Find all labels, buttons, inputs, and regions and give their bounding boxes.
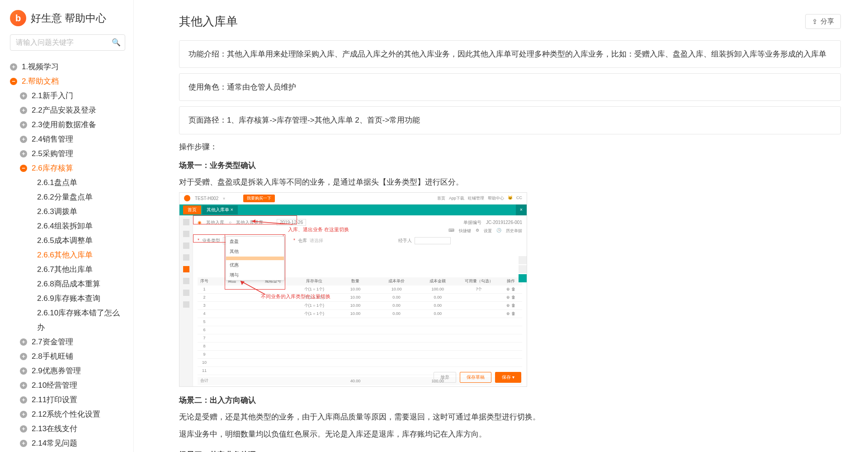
search-icon[interactable]: 🔍 [112,38,121,47]
nav-2-6-1[interactable]: 2.6.1盘点单 [10,176,125,190]
share-button[interactable]: ⇪分享 [805,14,841,29]
nav-2-6-2[interactable]: 2.6.2分量盘点单 [10,190,125,205]
ss-logo-icon [184,195,190,201]
main-content: 其他入库单 ⇪分享 功能介绍：其他入库单用来处理除采购入库、产成品入库之外的其他… [134,0,868,452]
ss-annotation-2: 不同业务的入库类型在这里切换 [261,293,330,300]
nav-2-10[interactable]: +2.10经营管理 [10,378,125,393]
path-label: 页面路径： [189,116,227,124]
logo-icon: b [10,10,26,26]
scene2-text2: 退库业务中，明细数量均以负值红色展示。无论是入库还是退库，库存账均记在入库方向。 [179,427,841,442]
site-logo[interactable]: b 好生意 帮助中心 [10,10,125,26]
plus-icon: + [20,107,27,114]
nav-2-6-6[interactable]: 2.6.6其他入库单 [10,248,125,262]
ss-tab-home: 首页 [183,205,201,214]
nav-2-6-9[interactable]: 2.6.9库存账本查询 [10,291,125,306]
steps-heading: 操作步骤： [179,142,841,152]
nav-2-6-8[interactable]: 2.6.8商品成本重算 [10,277,125,291]
nav-2-6-10[interactable]: 2.6.10库存账本错了怎么办 [10,306,125,335]
plus-icon: + [20,92,27,100]
intro-label: 功能介绍： [189,50,227,58]
ss-content: ◉其他入库 ○其他入库退库 2019-12-26 单据编号 JC-2019122… [193,215,527,386]
plus-icon: + [20,121,27,128]
ss-header: TEST-H002 ▾ 我要购买一下 首页 App下载 旺铺管理 帮助中心 🐱 … [179,193,527,205]
path-text: 1、库存核算->库存管理->其他入库单 2、首页->常用功能 [227,116,420,124]
plus-icon: + [20,440,27,447]
nav-2-1[interactable]: +2.1新手入门 [10,89,125,103]
scene1-text: 对于受赠、盘盈或是拆装入库等不同的业务，是通过单据头【业务类型】进行区分。 [179,175,841,190]
app-screenshot: TEST-H002 ▾ 我要购买一下 首页 App下载 旺铺管理 帮助中心 🐱 … [179,192,527,387]
plus-icon: + [20,367,27,375]
nav-2-6-4[interactable]: 2.6.4组装拆卸单 [10,219,125,233]
nav-2-6-5[interactable]: 2.6.5成本调整单 [10,233,125,248]
nav-2-6-7[interactable]: 2.6.7其他出库单 [10,262,125,277]
svg-line-2 [241,281,265,295]
plus-icon: + [20,411,27,418]
minus-icon: − [10,78,17,85]
role-box: 使用角色：通常由仓管人员维护 [179,73,841,101]
plus-icon: + [20,425,27,433]
search-input[interactable] [10,34,125,51]
role-label: 使用角色： [189,83,227,91]
nav-2-6-3[interactable]: 2.6.3调拨单 [10,205,125,219]
nav-2-8[interactable]: +2.8手机旺铺 [10,349,125,364]
plus-icon: + [20,353,27,360]
nav-2-13[interactable]: +2.13在线支付 [10,422,125,436]
plus-icon: + [20,150,27,157]
plus-icon: + [20,396,27,404]
nav-2-11[interactable]: +2.11打印设置 [10,393,125,407]
path-box: 页面路径：1、库存核算->库存管理->其他入库单 2、首页->常用功能 [179,106,841,134]
scene2-text1: 无论是受赠，还是其他类型的业务，由于入库商品质量等原因，需要退回，这时可通过单据… [179,410,841,424]
plus-icon: + [20,382,27,389]
plus-icon: + [20,338,27,346]
nav-video[interactable]: +1.视频学习 [10,60,125,74]
ss-side-nav [179,215,193,386]
role-text: 通常由仓管人员维护 [227,83,296,91]
plus-icon: + [20,136,27,143]
search-box: 🔍 [10,34,125,51]
nav-tree: +1.视频学习 −2.帮助文档 +2.1新手入门 +2.2产品安装及登录 +2.… [10,60,125,451]
intro-box: 功能介绍：其他入库单用来处理除采购入库、产成品入库之外的其他入库业务，因此其他入… [179,40,841,68]
nav-2-9[interactable]: +2.9优惠券管理 [10,364,125,378]
page-title: 其他入库单 [179,14,238,29]
share-icon: ⇪ [812,18,818,26]
ss-tab-current: 其他入库单 × [202,205,238,214]
nav-2-5[interactable]: +2.5采购管理 [10,147,125,161]
ss-top-links: 首页 App下载 旺铺管理 帮助中心 🐱 CC [437,195,522,201]
svg-marker-1 [252,219,255,223]
ss-buy-button: 我要购买一下 [243,195,275,202]
nav-2-7[interactable]: +2.7资金管理 [10,335,125,349]
nav-2-6[interactable]: −2.6库存核算 [10,161,125,176]
ss-dropdown: 盘盈 其他 优惠 增与 [226,236,284,281]
ss-right-tools [519,256,527,282]
nav-2-12[interactable]: +2.12系统个性化设置 [10,407,125,422]
nav-2-4[interactable]: +2.4销售管理 [10,132,125,147]
sidebar: b 好生意 帮助中心 🔍 +1.视频学习 −2.帮助文档 +2.1新手入门 +2… [0,0,134,452]
ss-annotation-1: 入库、退出业务 在这里切换 [288,226,349,233]
intro-text: 其他入库单用来处理除采购入库、产成品入库之外的其他入库业务，因此其他入库单可处理… [227,50,826,58]
plus-icon: + [10,63,17,71]
scene2-heading: 场景二：出入方向确认 [179,395,841,405]
nav-2-14[interactable]: +2.14常见问题 [10,436,125,451]
scene3-heading: 场景三：其它业务处理 [179,450,841,452]
site-title: 好生意 帮助中心 [31,11,106,25]
minus-icon: − [20,165,27,172]
scene1-heading: 场景一：业务类型确认 [179,160,841,171]
nav-2-3[interactable]: +2.3使用前数据准备 [10,118,125,132]
svg-line-0 [252,221,292,224]
nav-docs[interactable]: −2.帮助文档 [10,74,125,89]
ss-close-icon: × [516,205,527,215]
nav-2-2[interactable]: +2.2产品安装及登录 [10,103,125,118]
ss-footer-buttons: 放弃 保存草稿 保存 ▾ [434,372,521,383]
ss-test-label: TEST-H002 [195,196,218,201]
ss-tabbar: 首页 其他入库单 × × [179,205,527,215]
